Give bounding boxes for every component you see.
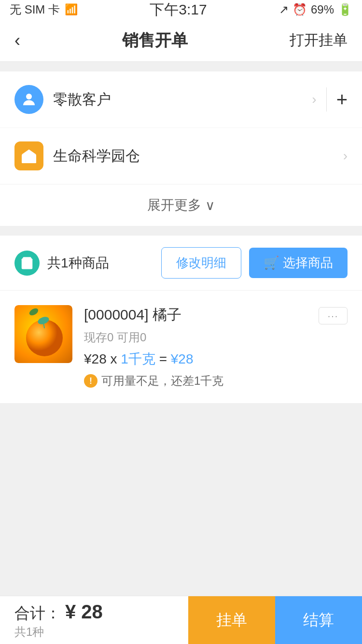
product-section: 共1种商品 修改明细 🛒 选择商品 [0,236,362,403]
product-image [14,305,72,363]
customer-name: 零散客户 [53,90,312,110]
battery-icon: 🔋 [338,3,352,16]
building-icon [20,147,38,165]
warehouse-row[interactable]: 生命科学园仓 › [0,128,362,184]
product-more: ··· [319,305,348,389]
product-item: [0000004] 橘子 现存0 可用0 ¥28 x 1千克 = ¥28 [0,291,362,403]
product-info: [0000004] 橘子 现存0 可用0 ¥28 x 1千克 = ¥28 [84,305,307,389]
user-icon [20,91,38,108]
status-time: 下午3:17 [150,0,207,20]
customer-actions: › + [312,87,348,112]
expand-more-row[interactable]: 展开更多 ∨ [0,184,362,226]
wifi-icon: 📶 [65,3,78,16]
modify-detail-button[interactable]: 修改明细 [161,247,241,279]
cart-add-icon: 🛒 [264,255,279,270]
total-count: 共1种 [14,624,174,640]
product-count-icon [14,251,40,276]
warehouse-section: 生命科学园仓 › [0,128,362,184]
product-price: ¥28 x 1千克 = ¥28 [84,350,307,368]
warehouse-chevron-icon[interactable]: › [343,148,348,164]
nav-bar: ‹ 销售开单 打开挂单 [0,19,362,62]
vertical-separator [326,87,327,112]
bottom-bar: 合计： ¥ 28 共1种 挂单 结算 [0,596,362,644]
status-left: 无 SIM 卡 📶 [10,2,78,17]
alarm-icon: ⏰ [292,3,307,16]
warning-icon: ! [84,374,97,388]
top-divider [0,62,362,71]
open-pending-button[interactable]: 打开挂单 [290,30,348,50]
empty-area [0,403,362,596]
svg-rect-2 [27,157,31,163]
hang-order-button[interactable]: 挂单 [188,596,275,644]
svg-point-5 [26,320,63,356]
status-right: ↗ ⏰ 69% 🔋 [279,3,352,16]
more-options-button[interactable]: ··· [319,307,348,324]
location-icon: ↗ [279,3,289,16]
product-header: 共1种商品 修改明细 🛒 选择商品 [0,236,362,291]
orange-image [14,305,72,363]
warning-text: 可用量不足，还差1千克 [101,373,223,389]
select-product-button[interactable]: 🛒 选择商品 [249,248,348,278]
warehouse-icon [14,141,43,170]
add-customer-button[interactable]: + [336,89,348,111]
customer-section: 零散客户 › + [0,71,362,128]
customer-chevron-icon[interactable]: › [312,92,316,107]
customer-row: 零散客户 › + [0,71,362,128]
product-count-text: 共1种商品 [47,254,161,272]
cart-icon [20,256,34,270]
battery-label: 69% [311,3,334,16]
back-button[interactable]: ‹ [14,30,20,51]
warehouse-name: 生命科学园仓 [53,146,343,166]
product-name: [0000004] 橘子 [84,305,307,325]
total-section: 合计： ¥ 28 共1种 [0,601,188,640]
checkout-button[interactable]: 结算 [275,596,362,644]
product-stock: 现存0 可用0 [84,330,307,345]
sim-label: 无 SIM 卡 [10,2,60,17]
svg-point-0 [26,94,32,99]
page-title: 销售开单 [122,29,188,52]
product-total: ¥28 [171,351,194,366]
chevron-down-icon: ∨ [205,197,215,213]
orange-svg [19,310,68,358]
expand-more-label: 展开更多 ∨ [147,196,215,214]
product-warning: ! 可用量不足，还差1千克 [84,373,307,389]
product-qty: 1千克 [121,351,155,366]
total-amount-value: ¥ 28 [65,601,103,622]
middle-divider [0,226,362,236]
customer-avatar [14,85,43,114]
status-bar: 无 SIM 卡 📶 下午3:17 ↗ ⏰ 69% 🔋 [0,0,362,19]
total-amount: 合计： ¥ 28 [14,601,174,624]
